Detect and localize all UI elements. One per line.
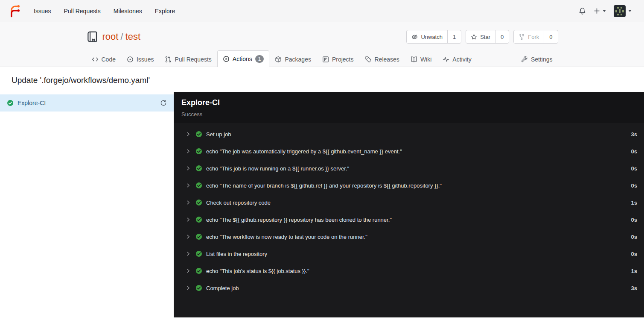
run-job-name: Explore-CI bbox=[181, 98, 636, 107]
stars-count[interactable]: 0 bbox=[495, 30, 509, 43]
step-name: echo "The workflow is now ready to test … bbox=[206, 234, 367, 240]
run-status-text: Success bbox=[181, 111, 636, 117]
success-check-icon bbox=[195, 285, 202, 291]
step-row[interactable]: Set up job 3s bbox=[174, 126, 644, 143]
success-check-icon bbox=[195, 131, 202, 138]
fork-icon bbox=[519, 34, 525, 40]
nav-issues[interactable]: Issues bbox=[27, 4, 57, 18]
run-layout: Explore-CI Explore-CI Success Set up job… bbox=[0, 92, 644, 317]
package-icon bbox=[275, 56, 282, 63]
success-check-icon bbox=[195, 250, 202, 257]
chevron-right-icon bbox=[186, 268, 191, 273]
step-duration: 0s bbox=[631, 217, 637, 223]
step-name: Set up job bbox=[206, 131, 231, 138]
success-check-icon bbox=[195, 216, 202, 223]
tab-label: Wiki bbox=[420, 56, 431, 63]
chevron-right-icon bbox=[186, 132, 191, 137]
nav-pull-requests[interactable]: Pull Requests bbox=[57, 4, 107, 18]
pulse-icon bbox=[443, 56, 449, 63]
step-row[interactable]: Complete job 3s bbox=[174, 279, 644, 297]
tab-settings[interactable]: Settings bbox=[516, 51, 558, 67]
tab-label: Code bbox=[102, 56, 116, 63]
tab-code[interactable]: Code bbox=[86, 51, 121, 67]
caret-down-icon bbox=[628, 10, 632, 12]
repo-owner-link[interactable]: root bbox=[102, 31, 119, 42]
play-circle-icon bbox=[223, 56, 230, 62]
step-duration: 3s bbox=[631, 131, 637, 138]
tab-label: Packages bbox=[285, 56, 311, 63]
step-row[interactable]: echo "The workflow is now ready to test … bbox=[174, 228, 644, 245]
avatar bbox=[614, 5, 626, 17]
tab-activity[interactable]: Activity bbox=[437, 51, 477, 67]
rerun-job-icon[interactable] bbox=[160, 100, 167, 106]
tab-wiki[interactable]: Wiki bbox=[405, 51, 437, 67]
success-check-icon bbox=[195, 148, 202, 155]
forks-count[interactable]: 0 bbox=[544, 30, 557, 43]
watch-button-group: Unwatch 1 bbox=[406, 30, 461, 44]
step-row[interactable]: List files in the repository 0s bbox=[174, 245, 644, 262]
job-list-item[interactable]: Explore-CI bbox=[0, 94, 174, 112]
tab-actions[interactable]: Actions 1 bbox=[217, 50, 270, 67]
step-duration: 0s bbox=[631, 148, 637, 155]
success-check-icon bbox=[7, 100, 14, 106]
tab-label: Projects bbox=[332, 56, 354, 63]
fork-button[interactable]: Fork bbox=[514, 30, 544, 43]
star-icon bbox=[471, 34, 477, 40]
step-duration: 1s bbox=[631, 268, 637, 274]
step-duration: 0s bbox=[631, 165, 637, 172]
chevron-right-icon bbox=[186, 183, 191, 188]
unwatch-button[interactable]: Unwatch bbox=[407, 30, 448, 43]
step-duration: 1s bbox=[631, 200, 637, 206]
unwatch-label: Unwatch bbox=[421, 34, 443, 40]
success-check-icon bbox=[195, 199, 202, 206]
notifications-button[interactable] bbox=[575, 5, 590, 17]
step-row[interactable]: Check out repository code 1s bbox=[174, 194, 644, 211]
create-new-button[interactable] bbox=[590, 5, 610, 17]
fork-label: Fork bbox=[528, 34, 539, 40]
step-name: echo "The name of your branch is ${{ git… bbox=[206, 182, 442, 189]
job-sidebar: Explore-CI bbox=[0, 92, 174, 317]
success-check-icon bbox=[195, 182, 202, 189]
chevron-right-icon bbox=[186, 285, 191, 291]
tab-pull-requests[interactable]: Pull Requests bbox=[159, 51, 217, 67]
repo-separator: / bbox=[120, 31, 123, 42]
repo-header: root / test Unwatch 1 bbox=[0, 22, 644, 67]
success-check-icon bbox=[195, 267, 202, 274]
chevron-right-icon bbox=[186, 217, 191, 222]
actions-count-badge: 1 bbox=[255, 55, 264, 63]
step-row[interactable]: echo "This job's status is ${{ job.statu… bbox=[174, 262, 644, 279]
nav-explore[interactable]: Explore bbox=[149, 4, 181, 18]
watchers-count[interactable]: 1 bbox=[448, 30, 461, 43]
project-board-icon bbox=[322, 56, 329, 63]
tab-issues[interactable]: Issues bbox=[121, 51, 159, 67]
nav-milestones[interactable]: Milestones bbox=[107, 4, 149, 18]
tab-packages[interactable]: Packages bbox=[269, 51, 316, 67]
chevron-right-icon bbox=[186, 251, 191, 256]
step-name: echo "The job was automatically triggere… bbox=[206, 148, 402, 155]
star-button[interactable]: Star bbox=[466, 30, 495, 43]
forgejo-logo-icon[interactable] bbox=[9, 5, 21, 18]
step-duration: 0s bbox=[631, 251, 637, 257]
tab-label: Actions bbox=[233, 56, 252, 62]
step-name: Check out repository code bbox=[206, 200, 271, 206]
step-duration: 0s bbox=[631, 234, 637, 240]
step-duration: 0s bbox=[631, 182, 637, 189]
tab-projects[interactable]: Projects bbox=[317, 51, 359, 67]
repo-name-link[interactable]: test bbox=[125, 31, 140, 42]
step-row[interactable]: echo "The ${{ github.repository }} repos… bbox=[174, 211, 644, 228]
step-row[interactable]: echo "This job is now running on a ${{ r… bbox=[174, 160, 644, 177]
tab-releases[interactable]: Releases bbox=[359, 51, 405, 67]
top-navbar: Issues Pull Requests Milestones Explore bbox=[0, 0, 644, 22]
caret-down-icon bbox=[603, 10, 606, 12]
tag-icon bbox=[365, 56, 372, 63]
step-row[interactable]: echo "The job was automatically triggere… bbox=[174, 143, 644, 160]
step-list: Set up job 3s echo "The job was automati… bbox=[174, 123, 644, 297]
step-row[interactable]: echo "The name of your branch is ${{ git… bbox=[174, 177, 644, 194]
user-menu-button[interactable] bbox=[610, 3, 635, 20]
fork-button-group: Fork 0 bbox=[513, 30, 558, 44]
step-duration: 3s bbox=[631, 285, 637, 291]
chevron-right-icon bbox=[186, 234, 191, 239]
step-name: echo "This job is now running on a ${{ r… bbox=[206, 165, 349, 172]
success-check-icon bbox=[195, 165, 202, 172]
success-check-icon bbox=[195, 233, 202, 240]
